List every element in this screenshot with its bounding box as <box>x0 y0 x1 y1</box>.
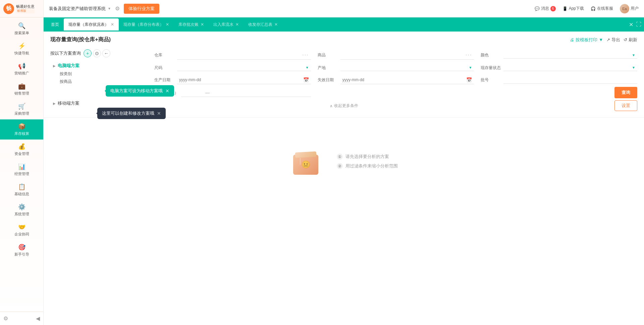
basicinfo-icon: 📋 <box>18 183 25 191</box>
filter-label: 按以下方案查询 <box>50 50 81 56</box>
settings-bottom-icon[interactable]: ⚙ <box>3 315 8 322</box>
sidebar-item-finance[interactable]: 💰 资金管理 <box>0 140 43 160</box>
stock-status-select[interactable]: ▼ <box>503 64 637 71</box>
system-dropdown-icon[interactable]: ▼ <box>108 7 111 10</box>
stock-max-input[interactable] <box>212 91 232 95</box>
mobile-icon: 📱 <box>562 6 568 11</box>
sidebar-item-system[interactable]: ⚙️ 系统管理 <box>0 200 43 220</box>
sidebar-item-inventory[interactable]: 📦 库存核算 <box>0 119 43 140</box>
scheme-tooltip-close[interactable]: ✕ <box>165 88 169 94</box>
refresh-button[interactable]: ↺ 刷新 <box>624 37 637 43</box>
empty-illustration: 😐 <box>290 145 323 178</box>
user-menu-button[interactable]: Ea 用户 <box>620 4 639 13</box>
sidebar-item-enterprise[interactable]: 🤝 企业协同 <box>0 220 43 240</box>
copy-scheme-button[interactable]: ⊙ <box>93 49 101 57</box>
export-icon: ↗ <box>606 37 610 42</box>
product-select[interactable]: ··· <box>340 51 474 60</box>
prev-scheme-button[interactable]: ← <box>102 49 110 57</box>
stock-qty-field: 现存量（主） — <box>154 89 311 97</box>
tab-batch-ledger[interactable]: 库存批次账 ✕ <box>174 18 209 31</box>
tab-close-icon[interactable]: ✕ <box>274 22 278 27</box>
tab-summary[interactable]: 收发存汇总表 ✕ <box>244 18 282 31</box>
product-dots[interactable]: ··· <box>466 52 472 58</box>
experience-button[interactable]: 体验行业方案 <box>124 4 159 14</box>
inventory-icon: 📦 <box>18 123 25 130</box>
origin-field: 产地 ▼ <box>318 64 474 71</box>
tab-stock-status[interactable]: 现存量（库存状况表） ✕ <box>64 18 119 31</box>
message-icon: 💬 <box>535 6 540 11</box>
sidebar-item-basicinfo[interactable]: 📋 基础信息 <box>0 180 43 200</box>
filter-action-btns: + ⊙ ← <box>84 49 110 57</box>
tab-close-icon[interactable]: ✕ <box>111 22 114 27</box>
batch-input[interactable] <box>503 76 637 84</box>
sidebar-item-shortcut[interactable]: ⚡ 快捷导航 <box>0 39 43 59</box>
page-title: 现存量查询(按仓库+商品) <box>50 36 111 43</box>
avatar: Ea <box>620 4 629 13</box>
manufacture-date-field-input[interactable] <box>179 77 302 82</box>
expand-icon: ▶ <box>53 64 56 68</box>
sidebar-item-search[interactable]: 🔍 搜索菜单 <box>0 19 43 39</box>
collapse-up-icon: ∧ <box>330 104 333 108</box>
sidebar-item-guide[interactable]: 🎯 新手引导 <box>0 240 43 260</box>
collapse-button[interactable]: ∧ 收起更多条件 <box>330 103 358 109</box>
tab-close-icon[interactable]: ✕ <box>166 22 169 27</box>
stock-status-label: 现存量状态 <box>481 65 501 71</box>
stock-min-input[interactable] <box>183 91 203 95</box>
size-select[interactable]: ▼ <box>177 64 311 71</box>
tab-close-all-icon[interactable]: ✕ <box>629 21 633 28</box>
expire-date-field-input[interactable] <box>342 77 465 82</box>
warehouse-label: 仓库 <box>154 52 174 58</box>
sidebar-item-purchase[interactable]: 🛒 采购管理 <box>0 99 43 119</box>
content-area: 现存量查询(按仓库+商品) 🖨 按模板打印 ▼ ↗ 导出 ↺ 刷新 <box>44 32 644 325</box>
logo-area: 畅 畅通好生意 标准版 <box>0 0 43 17</box>
main-content: 现存量查询(按仓库+商品) 🖨 按模板打印 ▼ ↗ 导出 ↺ 刷新 <box>44 32 644 325</box>
export-button[interactable]: ↗ 导出 <box>606 37 620 43</box>
manufacture-date-input[interactable]: 📅 <box>177 76 311 84</box>
online-service-button[interactable]: 🎧 在线客服 <box>591 6 613 11</box>
manufacture-date-field: 生产日期 📅 <box>154 76 311 84</box>
color-select[interactable]: ▼ <box>503 52 637 59</box>
warehouse-select[interactable]: ··· <box>177 51 311 60</box>
tab-inout-flow[interactable]: 出入库流水 ✕ <box>209 18 244 31</box>
header-settings-icon[interactable]: ⚙ <box>115 5 120 12</box>
template-print-button[interactable]: 🖨 按模板打印 ▼ <box>570 37 603 43</box>
color-field: 颜色 ▼ <box>481 51 637 60</box>
message-button[interactable]: 💬 消息 6 <box>535 6 556 11</box>
warehouse-dots[interactable]: ··· <box>302 52 309 58</box>
sidebar-item-management[interactable]: 📊 经营管理 <box>0 160 43 180</box>
tab-home[interactable]: 首页 <box>46 18 64 31</box>
sidebar-item-marketing[interactable]: 📢 营销推广 <box>0 59 43 79</box>
calendar-icon2[interactable]: 📅 <box>466 77 472 83</box>
origin-arrow-icon: ▼ <box>469 66 472 69</box>
sidebar-bottom: ⚙ ◀ <box>0 312 43 325</box>
page-header: 现存量查询(按仓库+商品) 🖨 按模板打印 ▼ ↗ 导出 ↺ 刷新 <box>44 32 644 47</box>
print-dropdown-icon: ▼ <box>599 37 603 42</box>
hint-item-1: ① 请先选择要分析的方案 <box>337 154 398 160</box>
create-tooltip-close[interactable]: ✕ <box>157 111 161 116</box>
filter-row-3: 生产日期 📅 失效日期 📅 批号 <box>154 76 637 84</box>
purchase-icon: 🛒 <box>18 103 25 110</box>
sidebar-item-sales[interactable]: 💼 销售管理 <box>0 79 43 99</box>
tab-close-icon[interactable]: ✕ <box>235 22 239 27</box>
app-download-button[interactable]: 📱 App下载 <box>562 6 584 11</box>
header-left: 装备及固定资产辅助管理系统 ▼ ⚙ 体验行业方案 <box>49 4 159 14</box>
tab-close-icon[interactable]: ✕ <box>201 22 204 27</box>
marketing-icon: 📢 <box>18 62 25 70</box>
tab-maximize-icon[interactable]: ⛶ <box>636 21 641 28</box>
expire-date-input[interactable]: 📅 <box>340 76 474 84</box>
add-scheme-button[interactable]: + <box>84 49 92 57</box>
origin-select[interactable]: ▼ <box>340 64 474 71</box>
tab-stock-dist[interactable]: 现存量（库存分布表） ✕ <box>119 18 174 31</box>
empty-hints: ① 请先选择要分析的方案 ② 用过滤条件来缩小分析范围 <box>337 154 398 169</box>
management-icon: 📊 <box>18 163 25 170</box>
reset-button[interactable]: 设置 <box>614 100 637 111</box>
product-field: 商品 ··· <box>318 51 474 60</box>
search-button[interactable]: 查询 <box>614 87 637 98</box>
logo-icon: 畅 <box>3 3 14 14</box>
calendar-icon[interactable]: 📅 <box>303 77 309 83</box>
collapse-sidebar-icon[interactable]: ◀ <box>36 315 40 322</box>
header-right: 💬 消息 6 📱 App下载 🎧 在线客服 Ea 用户 <box>535 4 639 13</box>
manufacture-date-label: 生产日期 <box>154 77 174 83</box>
finance-icon: 💰 <box>18 143 25 150</box>
size-field: 尺码 ▼ <box>154 64 311 71</box>
